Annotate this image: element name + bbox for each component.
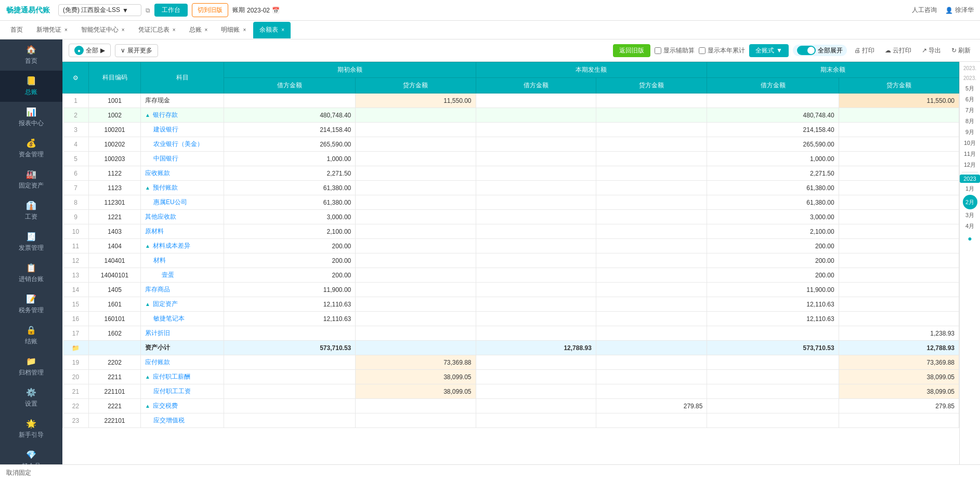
copy-icon[interactable]: ⧉ (146, 7, 150, 14)
row-name[interactable]: 建设银行 (141, 123, 224, 137)
tab-close-voucher-summary[interactable]: × (173, 27, 176, 33)
user-info[interactable]: 👤 徐泽华 (945, 6, 974, 15)
format-button[interactable]: 全账式 ▼ (749, 44, 789, 57)
tab-home[interactable]: 首页 (4, 22, 29, 38)
row-name[interactable]: 其他应收款 (141, 210, 224, 224)
filter-button[interactable]: ● 全部 ▶ (69, 44, 111, 57)
right-panel-10[interactable]: 10月 (960, 138, 980, 148)
account-link[interactable]: 预付账款 (153, 184, 178, 191)
right-panel-4[interactable]: 4月 (960, 221, 980, 231)
right-panel-9[interactable]: 9月 (960, 127, 980, 137)
right-panel-5[interactable]: 5月 (960, 84, 980, 93)
account-link[interactable]: 壹蛋 (162, 271, 174, 278)
tab-close-balance[interactable]: × (281, 27, 284, 33)
settings-icon-header[interactable]: ⚙ (73, 74, 79, 82)
sidebar-item-tax[interactable]: 📝 税务管理 (0, 289, 62, 320)
tab-ledger[interactable]: 总账 × (183, 22, 214, 38)
calendar-icon[interactable]: 📅 (272, 7, 280, 14)
expand-icon[interactable]: ▲ (145, 403, 152, 409)
sidebar-item-fixed[interactable]: 🏭 固定资产 (0, 164, 62, 195)
expand-all-toggle[interactable]: 全部展开 (793, 45, 847, 56)
sidebar-item-ledger[interactable]: 📒 总账 (0, 71, 62, 102)
account-link[interactable]: 应收账款 (145, 169, 170, 177)
expand-icon[interactable]: ▲ (145, 301, 152, 307)
row-name[interactable]: 惠属EU公司 (141, 195, 224, 210)
right-panel-8[interactable]: 8月 (960, 116, 980, 126)
expand-icon[interactable]: ▲ (145, 374, 152, 380)
expand-icon[interactable]: ▲ (145, 112, 152, 118)
cloud-print-button[interactable]: ☁ 云打印 (882, 45, 914, 57)
sidebar-item-purchase[interactable]: 📋 进销台账 (0, 258, 62, 289)
return-old-button[interactable]: 返回旧版 (613, 44, 650, 57)
row-name[interactable]: 材料 (141, 253, 224, 268)
tab-smart-voucher[interactable]: 智能凭证中心 × (75, 22, 131, 38)
show-ytd-checkbox[interactable] (699, 47, 705, 54)
row-name[interactable]: 中国银行 (141, 152, 224, 166)
tab-close-ledger[interactable]: × (205, 27, 208, 33)
right-panel-expand-icon[interactable]: ● (968, 234, 972, 243)
workbench-button[interactable]: 工作台 (154, 4, 188, 17)
sidebar-item-report[interactable]: 📊 报表中心 (0, 102, 62, 133)
row-name[interactable]: 敏捷笔记本 (141, 312, 224, 326)
account-link[interactable]: 应付职工工资 (153, 388, 191, 395)
account-link[interactable]: 应交增值税 (153, 417, 185, 424)
print-button[interactable]: 🖨 打印 (851, 45, 878, 57)
tab-voucher-summary[interactable]: 凭证汇总表 × (132, 22, 182, 38)
account-link[interactable]: 应付职工薪酬 (153, 373, 190, 380)
account-link[interactable]: 其他应收款 (145, 213, 176, 220)
tab-close-smart-voucher[interactable]: × (122, 27, 125, 33)
account-link[interactable]: 应交税费 (153, 402, 178, 409)
toggle-switch[interactable] (797, 46, 816, 55)
right-panel-12[interactable]: 12月 (960, 160, 980, 170)
right-panel-2023[interactable]: 2023 (960, 175, 980, 183)
right-panel-2[interactable]: 2月 (963, 195, 977, 209)
row-name[interactable]: ▲ 银行存款 (141, 108, 224, 123)
right-panel-1[interactable]: 1月 (960, 184, 980, 194)
account-link[interactable]: 固定资产 (153, 300, 178, 308)
account-link[interactable]: 库存商品 (145, 286, 170, 293)
tab-new-voucher[interactable]: 新增凭证 × (30, 22, 74, 38)
row-name[interactable]: 累计折旧 (141, 326, 224, 341)
account-link[interactable]: 材料成本差异 (153, 242, 190, 249)
sidebar-item-salary[interactable]: 👔 工资 (0, 195, 62, 226)
tab-balance[interactable]: 余额表 × (253, 22, 291, 38)
right-panel-11[interactable]: 11月 (960, 149, 980, 159)
sidebar-item-home[interactable]: 🏠 首页 (0, 39, 62, 71)
row-name[interactable]: ▲ 应交税费 (141, 399, 224, 413)
account-link[interactable]: 农业银行（美金） (153, 140, 203, 148)
sidebar-item-finance[interactable]: 💰 资金管理 (0, 133, 62, 164)
refresh-button[interactable]: ↻ 刷新 (948, 45, 974, 57)
row-name[interactable]: ▲ 固定资产 (141, 297, 224, 312)
export-button[interactable]: ↗ 导出 (919, 45, 944, 57)
company-selector[interactable]: (免费) 江西股金-LSS ▼ (58, 4, 141, 16)
row-name[interactable]: 应交增值税 (141, 413, 224, 428)
account-link[interactable]: 原材料 (145, 228, 164, 235)
switch-button[interactable]: 切到旧版 (192, 3, 228, 17)
row-name[interactable]: ▲ 预付账款 (141, 181, 224, 195)
expand-more-button[interactable]: ∨ 展开更多 (115, 44, 158, 57)
sidebar-item-vip[interactable]: 💎 畅会员 (0, 445, 62, 464)
sidebar-item-invoice[interactable]: 🧾 发票管理 (0, 226, 62, 258)
row-name[interactable]: 库存商品 (141, 283, 224, 297)
row-name[interactable]: 壹蛋 (141, 268, 224, 283)
row-name[interactable]: 原材料 (141, 224, 224, 239)
account-link[interactable]: 材料 (153, 257, 166, 264)
right-panel-6[interactable]: 6月 (960, 95, 980, 104)
row-name[interactable]: 农业银行（美金） (141, 137, 224, 152)
sidebar-item-archive[interactable]: 📁 归档管理 (0, 351, 62, 382)
expand-icon[interactable]: ▲ (145, 243, 152, 249)
show-aux-checkbox[interactable] (655, 47, 661, 54)
account-link[interactable]: 中国银行 (153, 155, 178, 162)
expand-icon[interactable]: ▲ (145, 185, 152, 191)
account-link[interactable]: 敏捷笔记本 (153, 315, 185, 322)
tab-close-detail[interactable]: × (243, 27, 246, 33)
sidebar-item-guide[interactable]: 🌟 新手引导 (0, 413, 62, 445)
row-name[interactable]: 应付账款 (141, 355, 224, 370)
account-link[interactable]: 银行存款 (153, 111, 178, 118)
account-link[interactable]: 建设银行 (153, 126, 178, 133)
right-panel-7[interactable]: 7月 (960, 105, 980, 115)
consultant-button[interactable]: 人工咨询 (912, 6, 937, 15)
row-name[interactable]: 应付职工工资 (141, 384, 224, 399)
cancel-fixed-button[interactable]: 取消固定 (6, 469, 31, 477)
tab-detail[interactable]: 明细账 × (215, 22, 252, 38)
